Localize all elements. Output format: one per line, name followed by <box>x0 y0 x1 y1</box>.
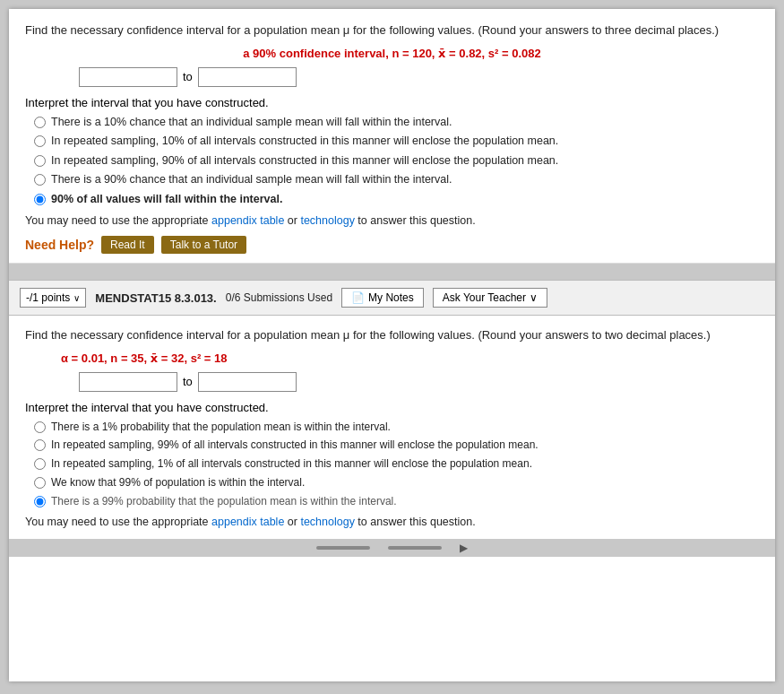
technology-link-2[interactable]: technology <box>300 516 354 528</box>
radio-option-1-5[interactable]: 90% of all values will fall within the i… <box>34 192 759 208</box>
to-label-2: to <box>183 375 193 388</box>
radio-option-1-2[interactable]: In repeated sampling, 10% of all interva… <box>34 134 759 150</box>
radio-options-list-2: There is a 1% probability that the popul… <box>34 420 759 509</box>
radio-option-2-1[interactable]: There is a 1% probability that the popul… <box>34 420 759 435</box>
appendix-line-2: You may need to use the appropriate appe… <box>25 516 759 528</box>
question-text-2: Find the necessary confidence interval f… <box>25 326 759 344</box>
read-it-button[interactable]: Read It <box>101 236 154 254</box>
params-line-1: a 90% confidence interval, n = 120, x̄ =… <box>25 47 759 60</box>
appendix-line-1: You may need to use the appropriate appe… <box>25 214 759 227</box>
section-2: Find the necessary confidence interval f… <box>9 316 775 539</box>
interpret-label-1: Interpret the interval that you have con… <box>25 96 759 109</box>
interpret-label-2: Interpret the interval that you have con… <box>25 401 759 414</box>
radio-option-1-3[interactable]: In repeated sampling, 90% of all interva… <box>34 153 759 169</box>
notes-icon: 📄 <box>351 291 365 304</box>
ask-teacher-button[interactable]: Ask Your Teacher ∨ <box>433 288 547 308</box>
appendix-link-2[interactable]: appendix table <box>211 516 284 528</box>
interval-input-to-1[interactable] <box>198 67 297 87</box>
params-line-2: α = 0.01, n = 35, x̄ = 32, s² = 18 <box>61 351 759 365</box>
radio-option-2-4[interactable]: We know that 99% of population is within… <box>34 475 759 490</box>
ask-teacher-chevron-icon: ∨ <box>530 291 538 304</box>
need-help-bar: Need Help? Read It Talk to a Tutor <box>25 236 759 254</box>
bottom-arrow[interactable]: ▶ <box>460 542 468 554</box>
radio-option-2-3[interactable]: In repeated sampling, 1% of all interval… <box>34 456 759 472</box>
submissions-used: 0/6 Submissions Used <box>226 291 332 304</box>
interval-input-to-2[interactable] <box>198 372 297 392</box>
to-label-1: to <box>183 70 193 83</box>
interval-input-from-1[interactable] <box>79 67 177 87</box>
points-dropdown[interactable]: -/1 points ∨ <box>20 288 86 308</box>
technology-link-1[interactable]: technology <box>300 214 354 227</box>
problem-id: MENDSTAT15 8.3.013. <box>95 291 216 305</box>
need-help-label: Need Help? <box>25 238 94 252</box>
talk-to-tutor-button[interactable]: Talk to a Tutor <box>161 236 246 254</box>
notes-label: My Notes <box>368 291 414 304</box>
interval-inputs-2: to <box>79 372 759 392</box>
interval-inputs-1: to <box>79 67 759 87</box>
points-chevron-icon: ∨ <box>73 293 80 303</box>
radio-options-list-1: There is a 10% chance that an individual… <box>34 115 759 208</box>
interval-input-from-2[interactable] <box>79 372 177 392</box>
ask-teacher-label: Ask Your Teacher <box>443 291 526 304</box>
radio-option-1-4[interactable]: There is a 90% chance that an individual… <box>34 172 759 188</box>
appendix-link-1[interactable]: appendix table <box>211 214 284 227</box>
points-label: -/1 points <box>26 291 70 304</box>
question-text-1: Find the necessary confidence interval f… <box>25 22 759 39</box>
my-notes-button[interactable]: 📄 My Notes <box>341 288 424 308</box>
radio-option-1-1[interactable]: There is a 10% chance that an individual… <box>34 115 759 131</box>
points-bar: -/1 points ∨ MENDSTAT15 8.3.013. 0/6 Sub… <box>9 280 775 316</box>
radio-option-2-2[interactable]: In repeated sampling, 99% of all interva… <box>34 438 759 453</box>
radio-option-2-5[interactable]: There is a 99% probability that the popu… <box>34 494 759 509</box>
